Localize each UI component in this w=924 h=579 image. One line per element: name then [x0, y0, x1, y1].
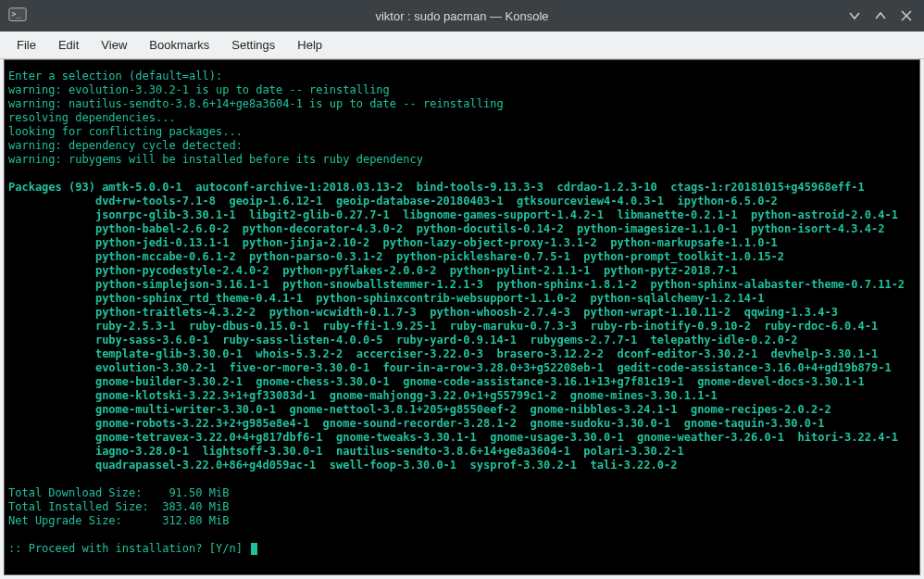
maximize-button[interactable]	[870, 6, 891, 26]
window-title: viktor : sudo pacman — Konsole	[0, 9, 924, 23]
terminal[interactable]: Enter a selection (default=all): warning…	[4, 59, 920, 575]
window-controls	[844, 6, 924, 26]
terminal-output: Enter a selection (default=all): warning…	[8, 69, 916, 556]
menubar: File Edit View Bookmarks Settings Help	[0, 31, 924, 59]
menu-help[interactable]: Help	[286, 33, 333, 57]
menu-edit[interactable]: Edit	[47, 33, 90, 57]
menu-file[interactable]: File	[6, 33, 47, 57]
menu-view[interactable]: View	[90, 33, 138, 57]
minimize-button[interactable]	[844, 6, 865, 26]
menu-settings[interactable]: Settings	[220, 33, 286, 57]
titlebar: >_ viktor : sudo pacman — Konsole	[0, 0, 924, 31]
menu-bookmarks[interactable]: Bookmarks	[138, 33, 220, 57]
close-icon	[900, 9, 913, 22]
terminal-frame: Enter a selection (default=all): warning…	[0, 59, 924, 579]
svg-text:>_: >_	[12, 9, 21, 19]
chevron-up-icon	[874, 9, 887, 22]
app-icon: >_	[7, 6, 28, 26]
konsole-window: >_ viktor : sudo pacman — Konsole File E…	[0, 0, 924, 579]
chevron-down-icon	[848, 9, 861, 22]
close-button[interactable]	[896, 6, 917, 26]
